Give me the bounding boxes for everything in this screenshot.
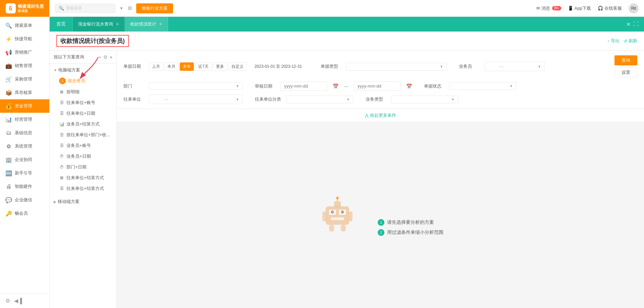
refresh-btn[interactable]: ↺ 刷新 — [624, 38, 637, 44]
tab-receipt-close[interactable]: ✕ — [159, 22, 162, 27]
sidebar-item-basicinfo[interactable]: 🗂 基础信息 — [0, 126, 49, 140]
topbar-dropdown-arrow[interactable]: ▼ — [119, 6, 123, 11]
footer-settings-btn[interactable]: ⚙ — [5, 298, 10, 304]
scheme-icon: ☰ — [59, 132, 64, 138]
topbar-gear-icon[interactable]: ⚙ — [127, 5, 132, 11]
docstatus-arrow: ▼ — [509, 84, 513, 88]
collapse-panel-btn[interactable]: « — [110, 54, 112, 60]
user-avatar[interactable]: Rit — [629, 3, 639, 13]
sidebar-item-purchase[interactable]: 🛒 采购管理 — [0, 72, 49, 86]
scheme-item-1[interactable]: ⊞ 按明细 — [50, 87, 116, 97]
scheme-item-label: 业务员+日期 — [66, 153, 91, 159]
trial-btn[interactable]: 体验行业方案 — [136, 3, 173, 13]
scheme-item-9[interactable]: ⊞ 往来单位+结算方式 — [50, 172, 116, 183]
left-panel-actions: + ⚙ « — [99, 54, 112, 60]
audit-start-input[interactable] — [280, 82, 327, 91]
app-name: 畅捷通好生意 — [18, 4, 44, 9]
tab-home[interactable]: 首页 — [50, 17, 73, 32]
scheme-item-label: 往来单位+结算方式 — [66, 186, 104, 192]
query-btns: 查询 设置 — [614, 55, 637, 78]
scheme-item-2[interactable]: ☰ 往来单位+账号 — [50, 97, 116, 108]
doctype-select[interactable]: ▼ — [346, 63, 447, 70]
date-btn-last7[interactable]: 近7天 — [195, 62, 212, 71]
sidebar-item-vip[interactable]: 🔑 畅会员 — [0, 207, 49, 220]
scheme-icon: ⏱ — [59, 164, 64, 170]
counterpart-type-select[interactable]: ▼ — [286, 96, 354, 103]
counterpart-select[interactable]: ··· ▼ — [149, 95, 243, 104]
sidebar-item-quicknav[interactable]: ⚡ 快捷导航 — [0, 32, 49, 46]
collapse-label: 收起更多条件 — [370, 112, 396, 118]
sidebar-item-sales[interactable]: 💼 销售管理 — [0, 59, 49, 72]
scheme-icon: ⊞ — [59, 175, 64, 181]
tab-cashflow-close[interactable]: ✕ — [116, 22, 119, 27]
docstatus-select[interactable]: ▼ — [449, 82, 517, 90]
sidebar-item-label: 企业协同 — [15, 157, 32, 163]
scheme-item-4[interactable]: 📊 业务员+结算方式 — [50, 119, 116, 130]
scheme-item-3[interactable]: ☰ 往来单位+日期 — [50, 108, 116, 119]
step-1-label: 请先选择要分析的方案 — [387, 219, 434, 225]
scheme-icon: ☰ — [59, 111, 64, 116]
date-btn-custom[interactable]: 自定义 — [228, 62, 247, 71]
quicknav-icon: ⚡ — [5, 36, 12, 42]
audit-date-label: 审核日期 — [255, 83, 275, 89]
close-window-btn[interactable]: ✕ — [626, 21, 631, 28]
export-btn[interactable]: ↑ 导出 — [607, 38, 620, 44]
scheme-item-6[interactable]: ☰ 业务员+账号 — [50, 140, 116, 151]
scheme-item-8[interactable]: ⏱ 部门+日期 — [50, 162, 116, 172]
date-btn-lastmonth[interactable]: 上月 — [149, 62, 163, 71]
biztype-label: 业务类型 — [366, 96, 386, 102]
sidebar-item-label: 畅会员 — [15, 210, 28, 216]
sidebar-item-inventory[interactable]: 📦 库存核算 — [0, 86, 49, 99]
add-scheme-btn[interactable]: + — [99, 54, 101, 60]
audit-end-input[interactable] — [354, 82, 401, 91]
date-btn-more[interactable]: 更多 — [213, 62, 227, 71]
scheme-item-label: 部门+日期 — [66, 164, 87, 170]
tab-home-label: 首页 — [56, 21, 66, 27]
footer-collapse-btn[interactable]: ◀▐ — [14, 298, 22, 304]
salesperson-select[interactable]: ··· ▼ — [484, 62, 545, 71]
scheme-item-10[interactable]: ☰ 往来单位+结算方式 — [50, 183, 116, 194]
query-btn[interactable]: 查询 — [614, 55, 637, 65]
date-btn-thisyear[interactable]: 本年 — [180, 62, 194, 71]
messages-item[interactable]: ✉ 消息 99+ — [536, 5, 561, 11]
salesperson-dots[interactable]: ··· — [499, 64, 503, 69]
sidebar-item-newguide[interactable]: 🆕 新手引导 — [0, 166, 49, 180]
scheme-item-5[interactable]: ☰ 按往来单位+部门+收... — [50, 130, 116, 140]
scheme-item-0[interactable]: 人 按业务员 — [50, 75, 116, 87]
scheme-header-mobile[interactable]: ▶ 移动端方案 — [50, 197, 116, 207]
topbar-search-box[interactable]: 🔍 搜索菜单 — [55, 4, 115, 13]
app-logo: 6 畅捷通好生意 标准版 — [0, 0, 49, 17]
online-service-label: 在线客服 — [604, 5, 622, 11]
scheme-section-mobile: ▶ 移动端方案 — [50, 195, 116, 208]
sidebar-item-hardware[interactable]: 🖨 智能硬件 — [0, 180, 49, 193]
sidebar-item-system[interactable]: ⚙ 系统管理 — [0, 140, 49, 153]
collapse-row: ⋀ 收起更多条件 — [117, 109, 644, 122]
tab-receipt[interactable]: 收款情况统计 ✕ — [125, 17, 168, 32]
sidebar-item-wechat[interactable]: 💬 企业微信 — [0, 193, 49, 207]
search-icon: 🔍 — [5, 22, 12, 29]
sidebar-item-operation[interactable]: 📊 经营管理 — [0, 113, 49, 126]
audit-end-cal[interactable]: 📅 — [406, 84, 412, 89]
biztype-select[interactable]: ▼ — [391, 96, 458, 103]
sidebar-item-marketing[interactable]: 📢 营销推广 — [0, 46, 49, 59]
settings-btn[interactable]: 设置 — [614, 67, 637, 78]
maximize-window-btn[interactable]: ⛶ — [633, 21, 639, 27]
page-header: 收款情况统计(按业务员) ↑ 导出 ↺ 刷新 — [50, 32, 644, 51]
sidebar-item-finance[interactable]: 💰 资金管理 — [0, 99, 49, 113]
scheme-item-7[interactable]: ⏱ 业务员+日期 — [50, 151, 116, 162]
scheme-header-desktop[interactable]: ▼ 电脑端方案 — [50, 65, 116, 75]
sidebar-item-enterprise[interactable]: 🏢 企业协同 — [0, 153, 49, 166]
sidebar-item-search[interactable]: 🔍 搜索菜单 — [0, 19, 49, 32]
audit-start-cal[interactable]: 📅 — [333, 84, 338, 89]
counterpart-dots[interactable]: ··· — [164, 97, 168, 102]
refresh-icon: ↺ — [624, 39, 627, 44]
settings-scheme-btn[interactable]: ⚙ — [103, 54, 108, 60]
scheme-icon: ⏱ — [59, 154, 64, 159]
tab-cashflow[interactable]: 现金银行流水查询 ✕ — [73, 17, 125, 32]
dept-select[interactable]: ▼ — [149, 82, 243, 90]
app-download-item[interactable]: 📱 App下载 — [568, 5, 591, 11]
date-btn-thismonth[interactable]: 本月 — [164, 62, 178, 71]
logo-icon: 6 — [6, 3, 16, 13]
online-service-item[interactable]: 🎧 在线客服 — [598, 5, 622, 11]
collapse-btn[interactable]: ⋀ 收起更多条件 — [365, 112, 396, 118]
